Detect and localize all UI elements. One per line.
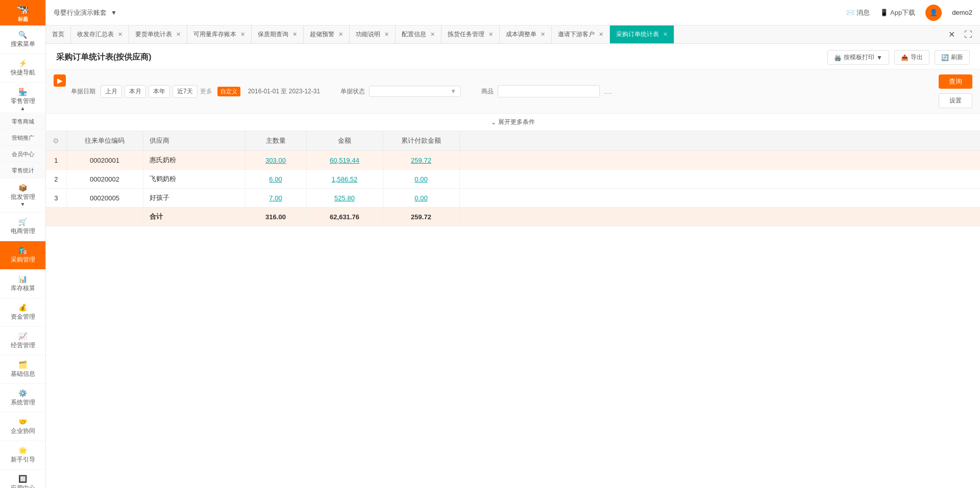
table-settings-icon[interactable]: ⚙ <box>53 137 59 145</box>
date-this-year[interactable]: 本年 <box>149 85 170 98</box>
refresh-icon: 🔄 <box>941 54 949 61</box>
goods-input[interactable] <box>498 85 600 97</box>
sidebar-item-pifa[interactable]: 📦 批发管理 ▼ <box>0 178 45 213</box>
tab-bar: 首页 收发存汇总表 ✕ 要货单统计表 ✕ 可用量库存账本 ✕ 保质期查询 ✕ 超… <box>46 25 980 44</box>
tab-chengben-label: 成本调整单 <box>506 30 536 39</box>
tab-close-chengben[interactable]: ✕ <box>541 31 545 38</box>
tab-pinhuo[interactable]: 拣货任务管理 ✕ <box>442 25 500 44</box>
tab-home[interactable]: 首页 <box>46 25 71 44</box>
tab-maximize-button[interactable]: ⛶ <box>962 29 975 40</box>
status-select[interactable]: ▼ <box>369 86 461 97</box>
filter-fields: 单据日期 上月 本月 本年 近7天 更多 自定义 2016-01-01 至 20… <box>71 74 972 108</box>
tab-chaochuyujing[interactable]: 超储预警 ✕ <box>304 25 350 44</box>
sidebar-menu: 🔍 搜索菜单 ⚡ 快捷导航 🏪 零售管理 ▲ 零售商城 营销推广 会员中心 零售… <box>0 25 45 488</box>
tab-close-yaoqing[interactable]: ✕ <box>599 31 603 38</box>
tab-close-baozhiqi[interactable]: ✕ <box>292 31 297 38</box>
sidebar-item-system[interactable]: ⚙️ 系统管理 <box>0 384 45 413</box>
sidebar-item-appstore[interactable]: 🔲 应用中心 <box>0 470 45 488</box>
goods-more-icon[interactable]: … <box>604 87 612 96</box>
tab-chengben[interactable]: 成本调整单 ✕ <box>500 25 552 44</box>
expand-chevron-icon: ⌄ <box>491 119 496 126</box>
sidebar-item-basic[interactable]: 🗂️ 基础信息 <box>0 355 45 384</box>
sidebar-ecom-label: 电商管理 <box>11 227 35 236</box>
tab-close-yaohuo[interactable]: ✕ <box>176 31 181 38</box>
logo: 🐄 标题 <box>0 0 45 25</box>
tab-shoufa[interactable]: 收发存汇总表 ✕ <box>71 25 129 44</box>
sidebar-item-retail-stat[interactable]: 零售统计 <box>0 162 45 178</box>
tab-close-chaochuyujing[interactable]: ✕ <box>338 31 343 38</box>
sidebar-item-member[interactable]: 会员中心 <box>0 146 45 162</box>
tab-close-gongneng[interactable]: ✕ <box>384 31 389 38</box>
tab-gongneng[interactable]: 功能说明 ✕ <box>350 25 396 44</box>
amount-link-3[interactable]: 525.80 <box>334 194 355 202</box>
tab-yaohuo[interactable]: 要货单统计表 ✕ <box>129 25 187 44</box>
filter-bar: ▶ 单据日期 上月 本月 本年 近7天 更多 自定义 2016-01-01 至 … <box>46 69 980 114</box>
footer-extra <box>459 208 980 226</box>
cell-num-1: 1 <box>46 151 66 170</box>
sidebar-item-quicknav[interactable]: ⚡ 快捷导航 <box>0 54 45 83</box>
cell-qty-3: 7.00 <box>245 189 306 208</box>
tab-close-keyong[interactable]: ✕ <box>240 31 245 38</box>
tab-yaoqing[interactable]: 邀请下游客户 ✕ <box>552 25 610 44</box>
expand-more-button[interactable]: ⌄ 展开更多条件 <box>46 114 980 131</box>
tab-close-caigou[interactable]: ✕ <box>663 31 668 38</box>
sidebar-item-ops[interactable]: 📈 经营管理 <box>0 327 45 355</box>
amount-link-2[interactable]: 1,586.52 <box>332 175 358 183</box>
filter-toggle-button[interactable]: ▶ <box>54 74 66 87</box>
tab-close-pinhuo[interactable]: ✕ <box>488 31 493 38</box>
export-button[interactable]: 📤 导出 <box>894 50 929 65</box>
col-header-code: 往来单位编码 <box>66 131 143 151</box>
username-label[interactable]: demo2 <box>952 9 972 16</box>
account-selector[interactable]: 母婴行业演示账套 ▼ <box>54 8 117 17</box>
tab-close-all-button[interactable]: ✕ <box>946 29 958 40</box>
tab-bar-actions: ✕ ⛶ <box>946 29 980 40</box>
paid-link-1[interactable]: 259.72 <box>411 157 431 164</box>
settings-button[interactable]: 设置 <box>939 93 972 108</box>
sidebar-item-retail-shop[interactable]: 零售商城 <box>0 113 45 130</box>
footer-amount: 62,631.76 <box>306 208 383 226</box>
paid-link-3[interactable]: 0.00 <box>414 194 427 202</box>
sidebar-marketing-label: 营销推广 <box>12 134 34 142</box>
app-download-button[interactable]: 📱 App下载 <box>880 8 915 17</box>
date-last-month[interactable]: 上月 <box>101 85 122 98</box>
tab-baozhiqi[interactable]: 保质期查询 ✕ <box>252 25 304 44</box>
table-row: 2 00020002 飞鹤奶粉 6.00 1,586.52 0.00 <box>46 170 980 189</box>
sidebar-item-ecom[interactable]: 🛒 电商管理 <box>0 213 45 241</box>
filter-row-main: ▶ 单据日期 上月 本月 本年 近7天 更多 自定义 2016-01-01 至 … <box>54 74 972 108</box>
sidebar-item-purchase[interactable]: 🛍️ 采购管理 <box>0 241 45 270</box>
query-button[interactable]: 查询 <box>939 74 972 89</box>
footer-label: 合计 <box>143 208 245 226</box>
tab-caigou[interactable]: 采购订单统计表 ✕ <box>610 25 674 44</box>
filter-toggle-icon: ▶ <box>57 76 63 85</box>
sidebar-item-collab[interactable]: 🤝 企业协同 <box>0 413 45 441</box>
qty-link-1[interactable]: 303.00 <box>265 157 286 164</box>
tab-keyong[interactable]: 可用量库存账本 ✕ <box>187 25 252 44</box>
qty-link-3[interactable]: 7.00 <box>269 194 282 202</box>
tab-peizhi-label: 配置信息 <box>402 30 426 39</box>
avatar[interactable]: 👤 <box>925 5 942 21</box>
sidebar-item-retail[interactable]: 🏪 零售管理 ▲ <box>0 83 45 113</box>
message-button[interactable]: ✉️ 消息 <box>846 8 870 17</box>
date-more-button[interactable]: 更多 <box>200 87 212 96</box>
date-this-month[interactable]: 本月 <box>125 85 146 98</box>
footer-qty: 316.00 <box>245 208 306 226</box>
tab-close-peizhi[interactable]: ✕ <box>430 31 435 38</box>
avatar-initials: 👤 <box>929 9 938 16</box>
amount-link-1[interactable]: 60,519.44 <box>330 157 359 164</box>
tab-peizhi[interactable]: 配置信息 ✕ <box>396 25 442 44</box>
date-custom-tag: 自定义 <box>217 87 240 96</box>
sidebar-item-newbie[interactable]: 🌟 新手引导 <box>0 441 45 470</box>
sidebar-item-search[interactable]: 🔍 搜索菜单 <box>0 25 45 54</box>
table-footer-row: 合计 316.00 62,631.76 259.72 <box>46 208 980 226</box>
sidebar-item-inventory[interactable]: 📊 库存核算 <box>0 270 45 298</box>
sidebar-item-marketing[interactable]: 营销推广 <box>0 130 45 146</box>
paid-link-2[interactable]: 0.00 <box>414 175 427 183</box>
refresh-button[interactable]: 🔄 刷新 <box>935 50 970 65</box>
cell-code-1: 00020001 <box>66 151 143 170</box>
sidebar-item-finance[interactable]: 💰 资金管理 <box>0 298 45 327</box>
date-7days[interactable]: 近7天 <box>173 85 198 98</box>
qty-link-2[interactable]: 6.00 <box>269 175 282 183</box>
tab-close-shoufa[interactable]: ✕ <box>118 31 122 38</box>
table-header-row: ⚙ 往来单位编码 供应商 主数量 金额 累计付款金额 <box>46 131 980 151</box>
print-button[interactable]: 🖨️ 按模板打印 ▼ <box>827 50 889 65</box>
